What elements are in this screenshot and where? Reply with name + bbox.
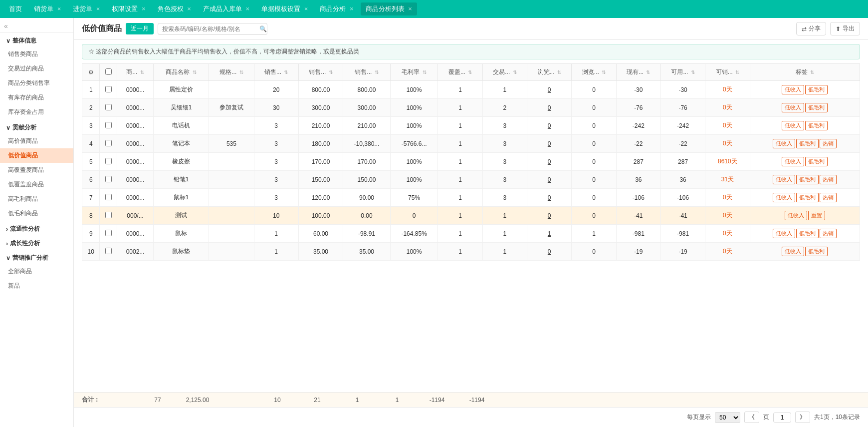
cell-checkbox[interactable] bbox=[100, 243, 117, 261]
col-trade[interactable]: 交易... ⇅ bbox=[482, 64, 527, 81]
nav-home[interactable]: 首页 bbox=[4, 2, 27, 15]
col-current-stock[interactable]: 现有... ⇅ bbox=[616, 64, 660, 81]
row-checkbox[interactable] bbox=[105, 140, 112, 146]
first-page-button[interactable]: 《 bbox=[744, 412, 759, 423]
browse-link[interactable]: 0 bbox=[548, 158, 551, 165]
sidebar-section-contribution[interactable]: ∨ 贡献分析 bbox=[0, 119, 73, 134]
nav-product-instock[interactable]: 产成品入库单 × bbox=[198, 2, 254, 15]
nav-role-auth[interactable]: 角色授权 × bbox=[153, 2, 196, 15]
col-browse2[interactable]: 浏览... ⇅ bbox=[572, 64, 616, 81]
search-icon[interactable]: 🔍 bbox=[259, 25, 267, 32]
cell-checkbox[interactable] bbox=[100, 117, 117, 135]
row-checkbox[interactable] bbox=[105, 158, 112, 164]
export-button[interactable]: ⬆ 导出 bbox=[830, 22, 860, 35]
sidebar-collapse-button[interactable]: « bbox=[4, 22, 8, 30]
sidebar-item-traded-products[interactable]: 交易过的商品 bbox=[0, 61, 73, 76]
cell-browse1[interactable]: 0 bbox=[527, 243, 572, 261]
sidebar-item-low-value[interactable]: 低价值商品 bbox=[0, 148, 73, 163]
close-icon[interactable]: × bbox=[350, 5, 354, 12]
sidebar-item-high-value[interactable]: 高价值商品 bbox=[0, 134, 73, 148]
sidebar-item-stocked-products[interactable]: 有库存的商品 bbox=[0, 90, 73, 105]
row-checkbox[interactable] bbox=[105, 230, 112, 236]
cell-browse1[interactable]: 0 bbox=[527, 171, 572, 189]
col-browse1[interactable]: 浏览... ⇅ bbox=[527, 64, 572, 81]
share-button[interactable]: ⇄ 分享 bbox=[796, 22, 826, 35]
cell-browse1[interactable]: 0 bbox=[527, 99, 572, 117]
col-tags[interactable]: 标签 ⇅ bbox=[750, 64, 860, 81]
col-available-stock[interactable]: 可用... ⇅ bbox=[660, 64, 705, 81]
cell-checkbox[interactable] bbox=[100, 135, 117, 153]
nav-permission-settings[interactable]: 权限设置 × bbox=[107, 2, 150, 15]
close-icon[interactable]: × bbox=[187, 5, 191, 12]
page-number-input[interactable] bbox=[773, 413, 791, 423]
filter-period-button[interactable]: 近一月 bbox=[126, 23, 154, 34]
page-size-select[interactable]: 50 100 200 bbox=[715, 412, 740, 423]
sidebar-item-sales-products[interactable]: 销售类商品 bbox=[0, 47, 73, 61]
close-icon[interactable]: × bbox=[408, 5, 412, 12]
col-sellable-stock[interactable]: 可销... ⇅ bbox=[705, 64, 750, 81]
row-checkbox[interactable] bbox=[105, 86, 112, 92]
sidebar-item-category-sales-rate[interactable]: 商品分类销售率 bbox=[0, 76, 73, 90]
sidebar-item-new-products[interactable]: 新品 bbox=[0, 279, 73, 293]
cell-browse1[interactable]: 0 bbox=[527, 189, 572, 207]
select-all-checkbox[interactable] bbox=[105, 68, 112, 75]
cell-checkbox[interactable] bbox=[100, 81, 117, 99]
sidebar-item-low-coverage[interactable]: 低覆盖度商品 bbox=[0, 177, 73, 192]
cell-browse1[interactable]: 0 bbox=[527, 135, 572, 153]
close-icon[interactable]: × bbox=[142, 5, 146, 12]
sidebar-item-high-margin[interactable]: 高毛利商品 bbox=[0, 192, 73, 206]
col-sales3[interactable]: 销售... ⇅ bbox=[343, 64, 391, 81]
cell-checkbox[interactable] bbox=[100, 207, 117, 225]
sidebar-item-all-products[interactable]: 全部商品 bbox=[0, 264, 73, 279]
browse-link[interactable]: 0 bbox=[548, 122, 551, 129]
cell-browse1[interactable]: 0 bbox=[527, 117, 572, 135]
col-code[interactable]: 商... ⇅ bbox=[117, 64, 153, 81]
close-icon[interactable]: × bbox=[246, 5, 250, 12]
row-checkbox[interactable] bbox=[105, 248, 112, 254]
col-coverage[interactable]: 覆盖... ⇅ bbox=[438, 64, 482, 81]
sidebar-item-inventory-capital[interactable]: 库存资金占用 bbox=[0, 105, 73, 119]
col-sales2[interactable]: 销售... ⇅ bbox=[298, 64, 343, 81]
row-checkbox[interactable] bbox=[105, 122, 112, 128]
cell-checkbox[interactable] bbox=[100, 171, 117, 189]
nav-sales-order[interactable]: 销货单 × bbox=[29, 2, 66, 15]
browse-link[interactable]: 0 bbox=[548, 194, 551, 201]
col-spec[interactable]: 规格... ⇅ bbox=[209, 64, 254, 81]
col-sales1[interactable]: 销售... ⇅ bbox=[254, 64, 298, 81]
nav-template-settings[interactable]: 单据模板设置 × bbox=[256, 2, 313, 15]
browse-link[interactable]: 0 bbox=[548, 86, 551, 93]
sidebar-item-high-coverage[interactable]: 高覆盖度商品 bbox=[0, 163, 73, 177]
close-icon[interactable]: × bbox=[57, 5, 61, 12]
sidebar-section-overall[interactable]: ∨ 整体信息 bbox=[0, 32, 73, 47]
browse-link[interactable]: 0 bbox=[548, 248, 551, 255]
row-checkbox[interactable] bbox=[105, 194, 112, 200]
cell-browse1[interactable]: 0 bbox=[527, 207, 572, 225]
col-settings[interactable]: ⚙ bbox=[82, 64, 100, 81]
cell-checkbox[interactable] bbox=[100, 225, 117, 243]
nav-product-analysis-list[interactable]: 商品分析列表 × bbox=[361, 2, 417, 15]
col-name[interactable]: 商品名称 ⇅ bbox=[153, 64, 209, 81]
cell-browse1[interactable]: 0 bbox=[527, 153, 572, 171]
cell-browse1[interactable]: 1 bbox=[527, 225, 572, 243]
browse-link[interactable]: 0 bbox=[548, 140, 551, 147]
sidebar-section-circulation[interactable]: › 流通性分析 bbox=[0, 221, 73, 235]
sidebar-section-marketing[interactable]: ∨ 营销推广分析 bbox=[0, 250, 73, 264]
row-checkbox[interactable] bbox=[105, 176, 112, 182]
cell-checkbox[interactable] bbox=[100, 99, 117, 117]
col-gross-margin[interactable]: 毛利率 ⇅ bbox=[390, 64, 438, 81]
col-checkbox[interactable] bbox=[100, 64, 117, 81]
nav-product-analysis[interactable]: 商品分析 × bbox=[315, 2, 358, 15]
cell-browse1[interactable]: 0 bbox=[527, 81, 572, 99]
search-input[interactable] bbox=[158, 23, 267, 35]
row-checkbox[interactable] bbox=[105, 212, 112, 218]
cell-checkbox[interactable] bbox=[100, 153, 117, 171]
browse-link[interactable]: 1 bbox=[548, 230, 551, 237]
close-icon[interactable]: × bbox=[304, 5, 308, 12]
browse-link[interactable]: 0 bbox=[548, 104, 551, 111]
sidebar-section-growth[interactable]: › 成长性分析 bbox=[0, 235, 73, 250]
last-page-button[interactable]: 》 bbox=[795, 412, 810, 423]
close-icon[interactable]: × bbox=[96, 5, 100, 12]
row-checkbox[interactable] bbox=[105, 104, 112, 110]
nav-purchase-order[interactable]: 进货单 × bbox=[68, 2, 105, 15]
cell-checkbox[interactable] bbox=[100, 189, 117, 207]
